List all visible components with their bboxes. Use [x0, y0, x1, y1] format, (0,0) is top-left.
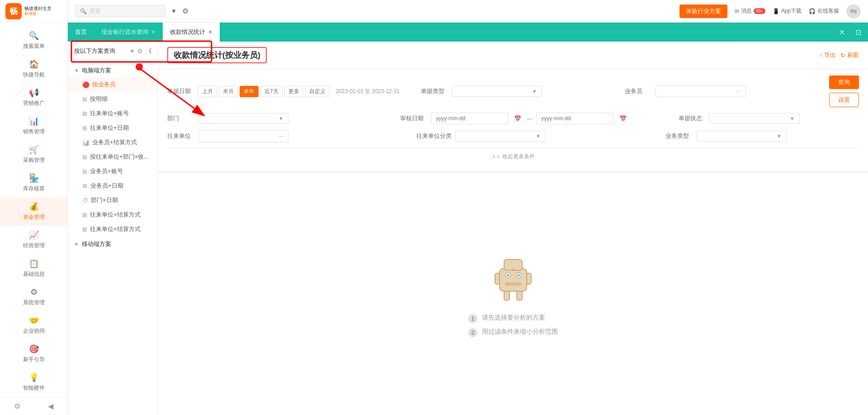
footer-settings-icon[interactable]: ⚙	[14, 402, 20, 410]
scheme-item-unit-settlement2[interactable]: ⊞ 往来单位+结算方式	[68, 222, 158, 236]
scheme-item-label: 往来单位+日期	[90, 124, 129, 132]
scheme-item-label: 部门+日期	[91, 196, 118, 204]
scheme-item-by-mingxi[interactable]: ⊞ 按明细	[68, 92, 158, 106]
sidebar-item-inventory[interactable]: 🏪 库存核算	[0, 169, 67, 197]
sidebar-nav: 🔍 搜索菜单 🏠 快捷导航 📢 营销推广 📊 销售管理 🛒 采购管理 🏪	[0, 23, 67, 397]
setting-button[interactable]: 设置	[829, 93, 859, 107]
scheme-item-label: 业务员+结算方式	[92, 138, 137, 146]
scheme-item-dept-date[interactable]: ⏱ 部门+日期	[68, 193, 158, 208]
counterparty-select[interactable]: ···	[198, 130, 288, 142]
sidebar-item-system[interactable]: ⚙ 系统管理	[0, 283, 67, 311]
scheme-item-salesperson-settlement[interactable]: 📊 业务员+结算方式	[68, 135, 158, 150]
sidebar-footer: ⚙ ◀	[0, 397, 67, 415]
scheme-item-salesperson-account[interactable]: ⊞ 业务员+账号	[68, 164, 158, 179]
date-btn-more[interactable]: 更多	[284, 86, 303, 97]
search-icon: 🔍	[29, 31, 39, 41]
query-button[interactable]: 查询	[829, 75, 859, 89]
panel-title: 按以下方案查询	[74, 47, 115, 55]
tab-bar-actions: ✕ ⊡	[835, 26, 868, 38]
scheme-group-mobile-header[interactable]: ▼ 移动端方案	[68, 237, 158, 251]
date-btn-7days[interactable]: 近7天	[260, 86, 283, 97]
sidebar-item-sales[interactable]: 📊 销售管理	[0, 112, 67, 140]
counterparty-category-label: 往来单位分类	[416, 132, 452, 140]
tab-collection-stat[interactable]: 收款情况统计 ✕	[163, 23, 220, 42]
user-avatar[interactable]: Rit	[846, 4, 861, 19]
date-btn-custom[interactable]: 自定义	[305, 86, 330, 97]
hint-num-2: 2	[468, 328, 477, 337]
panel-add-icon[interactable]: +	[130, 47, 134, 55]
collapse-more-btn[interactable]: ∧∧ 收起更多条件	[167, 148, 859, 165]
empty-hint-2: 2 用过滤条件来缩小分析范围	[468, 328, 558, 337]
docstatus-select[interactable]: ▼	[709, 113, 800, 124]
panel-settings-icon[interactable]: ⚙	[137, 47, 143, 55]
docstatus-chevron: ▼	[790, 116, 795, 121]
dept-select[interactable]: ▼	[198, 113, 288, 124]
counterparty-dots: ···	[278, 132, 283, 140]
audit-date-from-input[interactable]	[431, 113, 509, 124]
scheme-item-unit-dept-collection[interactable]: ⊞ 按往来单位+部门+收...	[68, 150, 158, 164]
sidebar-item-purchase[interactable]: 🛒 采购管理	[0, 140, 67, 169]
guide-icon: 🎯	[29, 344, 39, 354]
scheme-item-salesperson-date[interactable]: ⚙ 业务员+日期	[68, 179, 158, 193]
date-btn-last-month[interactable]: 上月	[198, 86, 217, 97]
footer-collapse-icon[interactable]: ◀	[48, 402, 53, 410]
scheme-item-label: 往来单位+结算方式	[90, 211, 141, 219]
header-bar: 🔍 搜索 ▼ ⚙ 体验行业方案 ✉ 消息 99+ 📱 App下载 🎧	[68, 0, 868, 23]
date-btn-this-year[interactable]: 本年	[240, 86, 259, 97]
audit-date-to-input[interactable]	[536, 113, 614, 124]
sidebar-item-operation[interactable]: 📈 经营管理	[0, 226, 67, 254]
header-gear-icon[interactable]: ⚙	[182, 7, 189, 15]
sidebar-item-enterprise[interactable]: 🤝 企业协同	[0, 311, 67, 340]
refresh-button[interactable]: ↻ 刷新	[840, 51, 859, 59]
header-dropdown-icon[interactable]: ▼	[171, 8, 177, 14]
export-button[interactable]: ↑ 导出	[820, 51, 836, 59]
filter-right-actions: 查询 设置	[829, 75, 859, 107]
scheme-item-label: 业务员+账号	[90, 167, 123, 175]
svg-rect-9	[527, 273, 531, 284]
sidebar-item-quicknav[interactable]: 🏠 快捷导航	[0, 55, 67, 83]
scheme-item-by-salesperson[interactable]: 🔴 按业务员	[68, 77, 158, 92]
sidebar-item-finance[interactable]: 💰 资金管理	[0, 197, 67, 226]
tab-bank-flow[interactable]: 现金银行流水查询 ✕	[94, 23, 163, 42]
sidebar-item-marketing[interactable]: 📢 营销推广	[0, 83, 67, 112]
scheme-item-unit-account[interactable]: ⊞ 往来单位+账号	[68, 106, 158, 121]
empty-hint-1: 1 请先选择要分析的方案	[468, 314, 545, 323]
system-icon: ⚙	[30, 287, 38, 297]
salesperson-select[interactable]: ···	[656, 85, 746, 97]
unit-date-icon: ⊞	[82, 125, 87, 132]
unit-settlement1-icon: ⊞	[82, 212, 87, 218]
unit-dept-icon: ⊞	[82, 154, 87, 160]
message-action[interactable]: ✉ 消息 99+	[735, 7, 765, 15]
calendar-icon-to: 📅	[619, 115, 627, 122]
scheme-group-desktop-header[interactable]: ▼ 电脑端方案	[68, 64, 158, 77]
scheme-item-unit-settlement1[interactable]: ⊞ 往来单位+结算方式	[68, 208, 158, 222]
filter-doctype-group: 单据类型 ▼	[421, 86, 618, 97]
tab-close-all-btn[interactable]: ✕	[835, 26, 848, 38]
header-search[interactable]: 🔍 搜索	[75, 5, 165, 17]
doctype-select[interactable]: ▼	[452, 86, 542, 97]
panel-collapse-icon[interactable]: 《	[146, 47, 151, 55]
filter-row-3: 往来单位 ··· 往来单位分类 ▼	[167, 130, 859, 142]
app-download-action[interactable]: 📱 App下载	[773, 7, 802, 15]
filter-area: 单据日期 上月 本月 本年 近7天 更多 自定义 2023-01-01	[158, 69, 868, 172]
tab-collection-stat-close[interactable]: ✕	[208, 29, 212, 35]
tab-restore-btn[interactable]: ⊡	[852, 26, 864, 38]
date-btn-this-month[interactable]: 本月	[219, 86, 238, 97]
sidebar-item-guide[interactable]: 🎯 新手引导	[0, 340, 67, 368]
counterparty-category-select[interactable]: ▼	[455, 131, 546, 141]
salesperson-dots: ···	[736, 88, 741, 94]
operation-icon: 📈	[29, 230, 39, 240]
scheme-item-unit-date[interactable]: ⊞ 往来单位+日期	[68, 121, 158, 135]
tab-bank-flow-close[interactable]: ✕	[151, 29, 156, 35]
biztype-select[interactable]: ▼	[696, 131, 787, 141]
empty-area: 1 请先选择要分析的方案 2 用过滤条件来缩小分析范围	[158, 173, 868, 415]
customer-service-action[interactable]: 🎧 在线客服	[809, 7, 839, 15]
trial-button[interactable]: 体验行业方案	[679, 5, 727, 18]
page-header-actions: ↑ 导出 ↻ 刷新	[820, 51, 859, 59]
sidebar-item-search[interactable]: 🔍 搜索菜单	[0, 26, 67, 55]
sidebar-item-basic[interactable]: 📋 基础信息	[0, 254, 67, 283]
sidebar-item-hardware[interactable]: 💡 智能硬件	[0, 368, 67, 396]
salesperson-label: 业务员	[625, 87, 652, 95]
mingxi-icon: ⊞	[82, 96, 87, 103]
tab-home[interactable]: 首页	[68, 23, 94, 42]
